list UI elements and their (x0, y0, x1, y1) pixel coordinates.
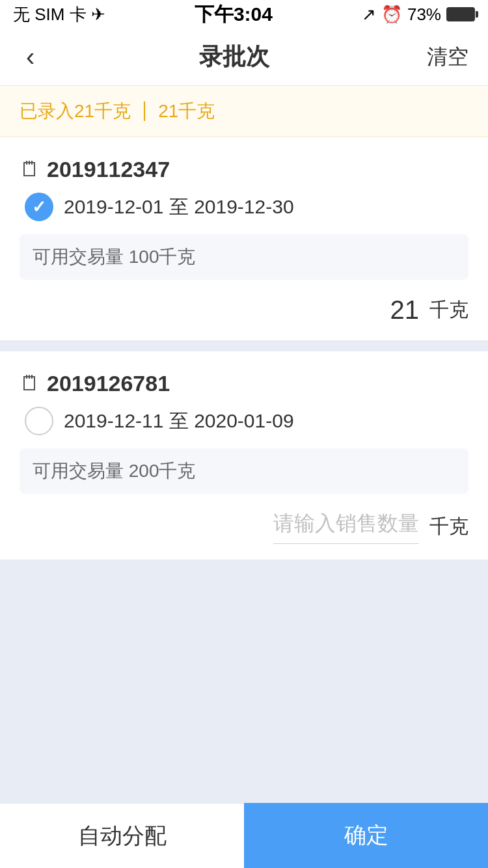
batch-1-qty-unit: 千克 (429, 297, 468, 323)
batch-2-qty-unit: 千克 (429, 513, 468, 540)
batch-item-1: 🗒 2019112347 2019-12-01 至 2019-12-30 可用交… (0, 137, 488, 280)
page-title: 录批次 (199, 41, 269, 73)
batch-2-id: 2019126781 (47, 371, 170, 396)
bottom-bar: 自动分配 确定 (0, 803, 488, 868)
batch-1-radio[interactable] (25, 193, 53, 221)
clear-button[interactable]: 清空 (427, 43, 468, 72)
batch-1-qty-wrapper: 21 (390, 295, 420, 325)
status-left: 无 SIM 卡 ✈ (13, 3, 105, 26)
batch-1-qty-row: 21 千克 (0, 280, 488, 341)
batch-1-id: 2019112347 (47, 157, 170, 182)
batch-2-date: 2019-12-11 至 2020-01-09 (64, 408, 294, 435)
info-banner: 已录入21千克 21千克 (0, 86, 488, 137)
batch-2-qty-row[interactable]: 请输入销售数量 千克 (0, 494, 488, 560)
batch-2-icon: 🗒 (20, 372, 40, 396)
info-divider (144, 102, 145, 121)
batch-1-icon: 🗒 (20, 157, 40, 182)
batch-2-qty-inner[interactable]: 请输入销售数量 (273, 509, 419, 544)
sim-status: 无 SIM 卡 ✈ (13, 3, 105, 26)
battery-percent: 73% (407, 5, 441, 25)
alarm-icon: ⏰ (381, 5, 402, 25)
batch-1-header: 🗒 2019112347 (20, 157, 468, 182)
status-time: 下午3:04 (195, 1, 273, 28)
recorded-label: 已录入21千克 (20, 99, 131, 124)
batch-1-date-row[interactable]: 2019-12-01 至 2019-12-30 (20, 193, 468, 221)
batch-1-qty-value: 21 (390, 295, 420, 325)
nav-bar: ‹ 录批次 清空 (0, 29, 488, 86)
status-right: ↗ ⏰ 73% (362, 5, 475, 25)
back-button[interactable]: ‹ (20, 36, 41, 78)
location-icon: ↗ (362, 5, 376, 25)
battery-icon (446, 7, 475, 21)
auto-distribute-button[interactable]: 自动分配 (0, 803, 244, 868)
section-separator (0, 341, 488, 351)
batch-item-2: 🗒 2019126781 2019-12-11 至 2020-01-09 可用交… (0, 351, 488, 494)
batch-2-radio[interactable] (25, 407, 53, 435)
batch-2-qty-placeholder: 请输入销售数量 (273, 509, 419, 538)
recorded-value: 21千克 (158, 99, 215, 124)
status-bar: 无 SIM 卡 ✈ 下午3:04 ↗ ⏰ 73% (0, 0, 488, 29)
batch-2-date-row[interactable]: 2019-12-11 至 2020-01-09 (20, 407, 468, 435)
batch-2-available-qty: 可用交易量 200千克 (20, 448, 468, 494)
batch-1-date: 2019-12-01 至 2019-12-30 (64, 194, 294, 221)
confirm-button[interactable]: 确定 (244, 803, 488, 868)
batch-1-available-qty: 可用交易量 100千克 (20, 234, 468, 280)
batch-2-header: 🗒 2019126781 (20, 371, 468, 396)
